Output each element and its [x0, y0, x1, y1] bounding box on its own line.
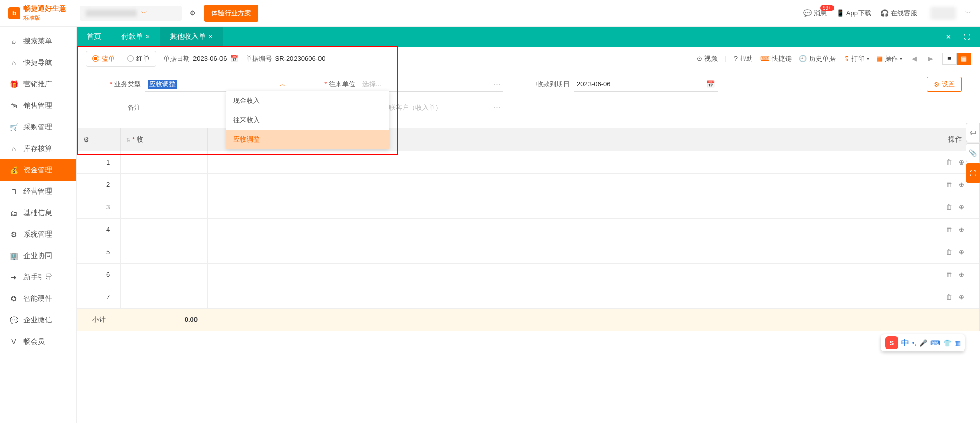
table-row[interactable]: 3🗑⊕ — [77, 196, 979, 218]
next-doc-icon[interactable]: ▶ — [926, 55, 935, 62]
ime-punct-icon[interactable]: •, — [912, 339, 916, 347]
more-icon[interactable]: ⋯ — [494, 104, 500, 111]
sidebar-item-wechat[interactable]: 💬企业微信 — [0, 310, 76, 331]
close-icon[interactable]: × — [146, 33, 150, 40]
tab-payment[interactable]: 付款单× — [111, 27, 160, 47]
ime-menu-icon[interactable]: ▦ — [954, 339, 961, 347]
partner-select[interactable]: 选择... ⋯ — [359, 77, 503, 92]
sidebar-item-member[interactable]: V畅会员 — [0, 331, 76, 353]
support-link[interactable]: 🎧 在线客服 — [880, 9, 917, 18]
sidebar-item-hardware[interactable]: ✪智能硬件 — [0, 288, 76, 310]
sidebar-item-collab[interactable]: 🏢企业协同 — [0, 245, 76, 267]
calendar-icon[interactable]: 📅 — [706, 80, 715, 88]
sidebar-item-purchase[interactable]: 🛒采购管理 — [0, 116, 76, 138]
ime-mic-icon[interactable]: 🎤 — [919, 339, 927, 347]
chevron-up-icon: ︿ — [279, 80, 286, 89]
sidebar-item-system[interactable]: ⚙系统管理 — [0, 224, 76, 245]
date-label: 单据日期 — [163, 54, 190, 63]
sidebar-item-sales[interactable]: 🛍销售管理 — [0, 95, 76, 116]
duedate-input[interactable]: 2023-06-06 📅 — [574, 77, 718, 92]
ime-skin-icon[interactable]: 👕 — [943, 339, 951, 347]
close-icon[interactable]: × — [209, 33, 212, 40]
add-icon[interactable]: ⊕ — [959, 293, 964, 301]
ime-keyboard-icon[interactable]: ⌨ — [930, 339, 940, 347]
sogou-ime-icon: S — [885, 336, 898, 349]
radio-red[interactable]: 红单 — [121, 51, 156, 66]
prev-doc-icon[interactable]: ◀ — [910, 55, 919, 62]
biztype-select[interactable]: 应收调整 ︿ — [145, 77, 289, 92]
rail-attach-icon[interactable]: 📎 — [966, 143, 980, 162]
print-link[interactable]: 🖨打印▾ — [843, 54, 869, 63]
radio-blue[interactable]: 蓝单 — [86, 51, 121, 66]
delete-icon[interactable]: 🗑 — [946, 226, 952, 233]
shortcut-link[interactable]: ⌨快捷键 — [760, 54, 792, 63]
sidebar-item-inventory[interactable]: ⌂库存核算 — [0, 138, 76, 159]
calendar-icon[interactable]: 📅 — [230, 55, 238, 62]
rail-tag-icon[interactable]: 🏷 — [966, 123, 980, 142]
tab-other-income[interactable]: 其他收入单× — [160, 27, 223, 47]
gear-icon[interactable]: ⚙ — [190, 9, 196, 17]
delete-icon[interactable]: 🗑 — [946, 203, 952, 211]
biztype-value: 应收调整 — [148, 80, 177, 89]
table-settings-icon[interactable]: ⚙ — [77, 128, 95, 151]
rail-expand-icon[interactable]: ⛶ — [966, 163, 980, 183]
sidebar-item-funds[interactable]: 💰资金管理 — [0, 159, 76, 181]
table-row[interactable]: 2🗑⊕ — [77, 173, 979, 196]
delete-icon[interactable]: 🗑 — [946, 248, 952, 256]
row-index: 2 — [95, 174, 121, 196]
code-label: 单据编号 — [246, 54, 272, 63]
add-icon[interactable]: ⊕ — [959, 203, 964, 211]
add-icon[interactable]: ⊕ — [959, 226, 964, 233]
dropdown-item-adjust[interactable]: 应收调整 — [226, 130, 389, 149]
more-icon[interactable]: ⋯ — [494, 80, 500, 88]
sidebar-item-quicknav[interactable]: ⌂快捷导航 — [0, 52, 76, 74]
view-card-button[interactable]: ▤ — [957, 53, 971, 65]
ime-lang[interactable]: 中 — [901, 338, 909, 348]
org-selector[interactable]: ﹀ — [80, 6, 182, 21]
user-avatar-obscured[interactable] — [930, 7, 956, 20]
add-icon[interactable]: ⊕ — [959, 248, 964, 256]
help-link[interactable]: ?帮助 — [734, 54, 753, 63]
app-download-link[interactable]: 📱 App下载 — [836, 9, 871, 18]
delete-icon[interactable]: 🗑 — [946, 271, 952, 278]
delete-icon[interactable]: 🗑 — [946, 158, 952, 166]
dropdown-item-transit[interactable]: 往来收入 — [226, 110, 389, 130]
add-icon[interactable]: ⊕ — [959, 271, 964, 278]
sidebar-item-business[interactable]: 🗒经营管理 — [0, 181, 76, 202]
messages-link[interactable]: 💬 消息 99+ — [803, 9, 827, 18]
chat-icon: 💬 — [803, 9, 812, 17]
sidebar-item-search[interactable]: ⌕搜索菜单 — [0, 31, 76, 52]
table-row[interactable]: 7🗑⊕ — [77, 286, 979, 308]
video-link[interactable]: ⊙视频 — [697, 54, 718, 63]
history-link[interactable]: 🕘历史单据 — [799, 54, 836, 63]
row-index: 6 — [95, 264, 121, 286]
view-list-button[interactable]: ≡ — [942, 53, 957, 65]
col-header-1[interactable]: ⇅*收 — [121, 128, 208, 151]
ops-link[interactable]: ▦操作▾ — [876, 54, 902, 63]
chevron-down-icon[interactable]: ﹀ — [965, 9, 972, 18]
row-index: 1 — [95, 151, 121, 173]
tab-close-all[interactable]: ✕ — [941, 30, 955, 44]
delete-icon[interactable]: 🗑 — [946, 181, 952, 189]
sidebar-item-basedata[interactable]: 🗂基础信息 — [0, 202, 76, 224]
add-icon[interactable]: ⊕ — [959, 158, 964, 166]
settings-button[interactable]: ⚙设置 — [927, 77, 962, 92]
table-row[interactable]: 5🗑⊕ — [77, 241, 979, 263]
sidebar-item-guide[interactable]: ➜新手引导 — [0, 267, 76, 288]
tab-expand[interactable]: ⛶ — [960, 30, 974, 44]
ime-toolbar[interactable]: S 中 •, 🎤 ⌨ 👕 ▦ — [881, 334, 965, 351]
chevron-down-icon: ▾ — [867, 56, 869, 61]
tab-home[interactable]: 首页 — [77, 27, 111, 47]
table-row[interactable]: 1🗑⊕ — [77, 151, 979, 173]
table-row[interactable]: 6🗑⊕ — [77, 263, 979, 286]
sidebar-item-marketing[interactable]: 🎁营销推广 — [0, 74, 76, 95]
code-value: SR-20230606-00 — [275, 55, 326, 62]
building-icon: 🏢 — [9, 252, 18, 260]
delete-icon[interactable]: 🗑 — [946, 293, 952, 301]
cta-button[interactable]: 体验行业方案 — [204, 5, 258, 22]
dropdown-item-cash[interactable]: 现金收入 — [226, 91, 389, 110]
add-icon[interactable]: ⊕ — [959, 181, 964, 189]
date-value[interactable]: 2023-06-06 — [193, 55, 227, 62]
doc-toolbar: 蓝单 红单 单据日期 2023-06-06 📅 单据编号 SR-20230606… — [77, 47, 980, 70]
table-row[interactable]: 4🗑⊕ — [77, 218, 979, 241]
